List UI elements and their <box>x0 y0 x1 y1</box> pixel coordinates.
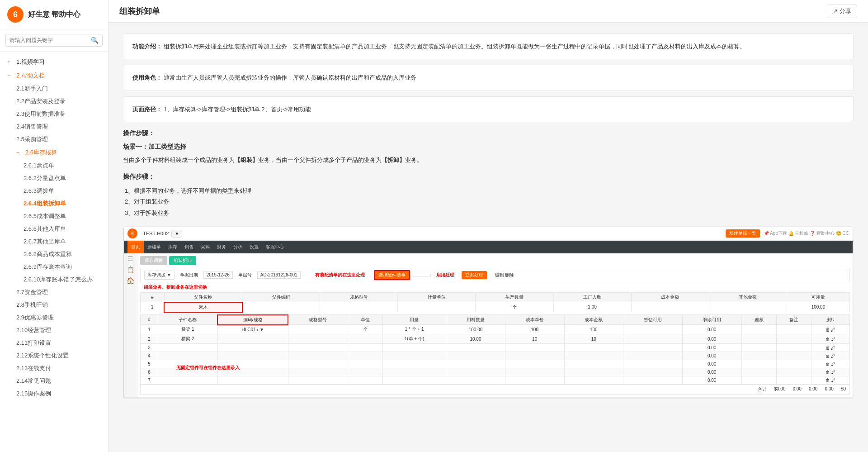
share-icon: ↗ <box>833 8 838 14</box>
mock-process-btn: 立案处理 <box>462 271 487 279</box>
annotation-process: 启用处理 <box>436 272 454 278</box>
mock-th-cost: 成本金额 <box>631 292 709 302</box>
sidebar-sub-2-11[interactable]: 2.11打印设置 <box>0 337 108 349</box>
mock-order-no-label: 单据号 <box>238 272 252 278</box>
mock-nav-report: 分析 <box>230 241 246 253</box>
share-button[interactable]: ↗ 分享 <box>827 5 857 18</box>
mock-ui: 6 TEST-H002 ▼ 新建单据一览 📌 App下载 🔔 云检修 ❓ 帮助中… <box>123 227 853 399</box>
mock-footer: 合计 $0.00 0.00 0.00 0.00 $0 <box>140 385 850 395</box>
sidebar: 6 好生意 帮助中心 🔍 + 1.视频学习 − 2.帮助文档 2.1新手入门 2… <box>0 0 108 452</box>
page-title: 组装拆卸单 <box>119 6 160 17</box>
sidebar-sub-2-13[interactable]: 2.13在线支付 <box>0 362 108 375</box>
logo-area: 6 好生意 帮助中心 <box>0 0 108 29</box>
mock-company-dropdown: ▼ <box>171 230 182 238</box>
sidebar-sub-2-6-6[interactable]: 2.6.6其他入库单 <box>0 223 108 235</box>
mock-nav-home: 自页 <box>127 241 144 253</box>
annotation-batch: 有装配清单的在这里处理 <box>315 272 365 278</box>
sidebar-sub-2-6-1[interactable]: 2.6.1盘点单 <box>0 159 108 172</box>
mock-order-type: 库存调拨 ▼ <box>144 271 175 280</box>
sidebar-sub-2-8[interactable]: 2.8手机旺铺 <box>0 299 108 311</box>
sidebar-sub-2-7[interactable]: 2.7资金管理 <box>0 286 108 299</box>
sidebar-sub-2-9[interactable]: 2.9优惠券管理 <box>0 311 108 324</box>
mock-th-parent-name: 父件名称 <box>164 292 242 302</box>
mock-bottom-table-row-5: 5 <box>141 360 850 368</box>
search-area: 🔍 <box>0 29 108 52</box>
app-logo-text: 好生意 帮助中心 <box>28 10 80 19</box>
mock-nav-stock: 库存 <box>165 241 181 253</box>
mock-date-value: 2019-12-26 <box>203 271 233 279</box>
mock-new-order-btn: 新建单据一览 <box>726 229 760 238</box>
info-label-role: 使用角色： <box>132 74 162 81</box>
sidebar-sub-2-14[interactable]: 2.14常见问题 <box>0 375 108 387</box>
mock-bottom-table-row-4: 4 <box>141 352 850 360</box>
annotation-switch: 组装业务、拆卸业务在这里切换 <box>144 284 207 290</box>
app-logo-icon: 6 <box>7 6 24 23</box>
mock-th-avail: 可用量 <box>787 292 849 302</box>
step-1: 1、根据不同的业务，选择不同单据的类型来处理 <box>123 186 854 197</box>
mock-edit-del-btns: 编辑 删除 <box>492 271 517 279</box>
sidebar-sub-2-4[interactable]: 2.4销售管理 <box>0 120 108 133</box>
sidebar-item-2-label: 2.帮助文档 <box>16 71 45 80</box>
mock-th-num: # <box>141 292 165 302</box>
sidebar-sub-2-6-3[interactable]: 2.6.3调拨单 <box>0 185 108 197</box>
sidebar-item-2-6[interactable]: − 2.6库存核算 <box>0 146 108 159</box>
mock-sidebar-icon-3: 🏠 <box>127 277 134 284</box>
sidebar-sub-2-1[interactable]: 2.1新手入门 <box>0 82 108 95</box>
info-content-path: 1、库存核算->库存管理->组装拆卸单 2、首页->常用功能 <box>164 106 311 113</box>
info-content-role: 通常由生产人员或库管人员完成拆装业务的操作，库管人员确认原材料的出库和产成品的入… <box>164 74 416 81</box>
annotation-no-fixed: 无固定组件可在组件在这里录入 <box>176 365 240 371</box>
sidebar-sub-2-2[interactable]: 2.2产品安装及登录 <box>0 95 108 108</box>
mock-batch-btn: 选择配件清单 <box>374 270 410 280</box>
nav-tree: + 1.视频学习 − 2.帮助文档 2.1新手入门 2.2产品安装及登录 2.3… <box>0 52 108 452</box>
sidebar-sub-2-6-8[interactable]: 2.6.8商品成本重算 <box>0 248 108 261</box>
scene1-title: 场景一：加工类型选择 <box>123 143 854 151</box>
search-icon[interactable]: 🔍 <box>91 37 99 44</box>
operations-title: 操作步骤： <box>123 129 854 138</box>
sidebar-sub-2-12[interactable]: 2.12系统个性化设置 <box>0 349 108 362</box>
sidebar-item-1-label: 1.视频学习 <box>16 58 45 66</box>
screenshot-container: 6 TEST-H002 ▼ 新建单据一览 📌 App下载 🔔 云检修 ❓ 帮助中… <box>123 226 854 399</box>
mock-bottom-table-row-6: 6 <box>141 368 850 376</box>
mock-nav-purchase: 采购 <box>197 241 213 253</box>
mock-sidebar-icon-1: ☰ <box>127 255 133 262</box>
mock-th-unit: 计量单位 <box>398 292 476 302</box>
mock-th-in-qty: 工厂入数 <box>553 292 631 302</box>
mock-bottom-table-row-3: 3 <box>141 344 850 352</box>
search-input[interactable] <box>9 37 91 43</box>
steps-title: 操作步骤： <box>123 173 854 181</box>
sidebar-item-1[interactable]: + 1.视频学习 <box>0 55 108 69</box>
mock-top-table-row-1: 1 床木 个 1.00 100 <box>141 302 850 312</box>
mock-nav-sales: 销售 <box>181 241 197 253</box>
mock-date-label: 单据日期 <box>180 272 198 278</box>
expand-icon-2: − <box>7 72 14 79</box>
topbar: 组装拆卸单 ↗ 分享 <box>108 0 868 23</box>
mock-icons-area: 📌 App下载 🔔 云检修 ❓ 帮助中心 😊 CC <box>764 230 849 237</box>
mock-bottom-table: # 子件名称 编码/规格 规格型号 单位 用量 用料数量 成本单价 成本金额 <box>140 314 850 385</box>
sidebar-sub-2-10[interactable]: 2.10经营管理 <box>0 324 108 337</box>
info-card-path: 页面路径： 1、库存核算->库存管理->组装拆卸单 2、首页->常用功能 <box>123 96 854 122</box>
mock-enable-field <box>412 274 431 276</box>
mock-th-parent-code: 父件编码 <box>242 292 320 302</box>
mock-company: TEST-H002 <box>143 231 169 236</box>
mock-logo-icon: 6 <box>127 228 137 238</box>
sidebar-sub-2-6-10[interactable]: 2.6.10库存账本错了怎么办 <box>0 273 108 286</box>
mock-order-no-value: AD-20191226-001 <box>257 271 301 279</box>
sidebar-sub-2-5[interactable]: 2.5采购管理 <box>0 133 108 146</box>
sidebar-sub-2-6-9[interactable]: 2.6.9库存账本查询 <box>0 261 108 273</box>
sidebar-sub-2-15[interactable]: 2.15操作案例 <box>0 387 108 400</box>
mock-bottom-table-row-1: 1 横梁 1 HLC01 / ▼ 个 1 * 个 + 1 100.00 100 <box>141 325 850 334</box>
search-box[interactable]: 🔍 <box>5 34 103 47</box>
sidebar-sub-2-6-4[interactable]: 2.6.4组装拆卸单 <box>0 197 108 210</box>
sidebar-sub-2-3[interactable]: 2.3使用前数据准备 <box>0 108 108 120</box>
info-label-path: 页面路径： <box>132 106 162 113</box>
scene1-desc: 当由多个子件材料组装成一个成品的业务为【组装】业务，当由一个父件拆分成多个子产品… <box>123 155 854 165</box>
mock-th-other: 其他金额 <box>709 292 787 302</box>
mock-th-qty: 生产数量 <box>476 292 553 302</box>
sidebar-item-2[interactable]: − 2.帮助文档 <box>0 69 108 82</box>
sidebar-sub-2-6-2[interactable]: 2.6.2分量盘点单 <box>0 172 108 185</box>
main-content-area: 组装拆卸单 ↗ 分享 功能介绍： 组装拆卸单用来处理企业组装或拆卸等加工业务，支… <box>108 0 868 452</box>
info-card-role: 使用角色： 通常由生产人员或库管人员完成拆装业务的操作，库管人员确认原材料的出库… <box>123 65 854 90</box>
sidebar-sub-2-6-5[interactable]: 2.6.5成本调整单 <box>0 210 108 223</box>
expand-icon-2-6: − <box>16 149 23 156</box>
sidebar-sub-2-6-7[interactable]: 2.6.7其他出库单 <box>0 235 108 248</box>
